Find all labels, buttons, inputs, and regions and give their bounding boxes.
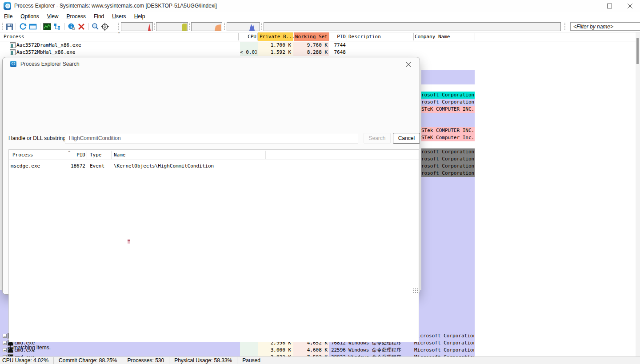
search-results-list: Process ^ PID Type Name msedge.exe18672E…	[8, 149, 419, 342]
result-name: \KernelObjects\HighCommitCondition	[114, 162, 214, 170]
result-process: msedge.exe	[11, 162, 40, 170]
company-value	[414, 325, 474, 332]
cpu-value	[240, 347, 256, 354]
pid-value: 7744	[330, 42, 346, 49]
handle-substring-input[interactable]	[65, 133, 358, 144]
cpu-value: < 0.01	[240, 49, 256, 56]
collapse-expander-icon[interactable]: −	[3, 341, 7, 345]
working-set-value: 8,288 K	[293, 49, 328, 56]
result-column-process[interactable]: Process	[12, 150, 33, 160]
aac-process-icon	[10, 42, 16, 48]
company-strip-row[interactable]: rosoft Corporation	[421, 148, 475, 156]
company-value	[414, 304, 474, 311]
company-value: Microsoft Corporation	[414, 332, 474, 340]
dialog-title: Process Explorer Search	[20, 61, 80, 67]
dialog-close-button[interactable]	[401, 59, 416, 70]
company-strip-row[interactable]: rosoft Corporation	[421, 170, 475, 177]
process-name: Aac3572DramHal_x86.exe	[16, 42, 81, 49]
company-strip-row[interactable]	[421, 141, 475, 148]
company-strip-row[interactable]	[421, 77, 475, 84]
column-divider	[265, 151, 266, 159]
status-commit-charge: Commit Charge: 88.25%	[54, 357, 122, 364]
status-cpu-usage: CPU Usage: 4.02%	[0, 357, 54, 364]
process-row[interactable]: Aac3572MbHal_x86.exe< 0.011,592 K8,288 K…	[0, 49, 636, 56]
dialog-status-text: 1 matching items.	[9, 344, 51, 351]
company-strip-row[interactable]: rosoft Corporation	[421, 163, 475, 170]
process-explorer-app-icon	[10, 61, 16, 67]
company-value	[414, 42, 474, 49]
company-strip-row[interactable]: rosoft Corporation	[421, 156, 475, 163]
render-artifact	[128, 240, 130, 244]
process-name: Aac3572MbHal_x86.exe	[16, 49, 75, 56]
search-button[interactable]: Search	[364, 133, 391, 144]
company-strip-row[interactable]	[421, 113, 475, 120]
pid-value: 7648	[330, 49, 346, 56]
result-type: Event	[90, 162, 104, 170]
result-column-pid[interactable]: PID	[58, 150, 85, 160]
company-strip-row[interactable]: STek COMPUTER INC.	[421, 127, 475, 134]
result-pid: 18672	[58, 162, 85, 170]
dialog-title-bar: Process Explorer Search	[3, 57, 420, 71]
company-strip-row[interactable]: rosoft Corporation	[421, 92, 475, 99]
column-divider	[111, 151, 112, 159]
pid-value: 22596	[330, 347, 346, 354]
cancel-button[interactable]: Cancel	[393, 133, 420, 144]
close-icon	[406, 62, 411, 67]
company-strip-row[interactable]	[421, 84, 475, 92]
company-value	[414, 297, 474, 304]
company-value	[414, 318, 474, 325]
status-processes: Processes: 530	[122, 357, 169, 364]
company-strip-row[interactable]: STeK COMPUTER INC.	[421, 106, 475, 113]
result-column-type[interactable]: Type	[90, 150, 102, 160]
working-set-value: 9,760 K	[293, 42, 328, 49]
company-value: Microsoft Corporation	[414, 340, 474, 347]
collapse-expander-icon[interactable]: −	[3, 348, 7, 352]
vertical-scrollbar[interactable]	[636, 32, 640, 356]
company-strip-row[interactable]	[421, 70, 475, 77]
company-strip-row[interactable]: rosoft Corporation	[421, 99, 475, 106]
description-value	[348, 42, 412, 49]
own-process-block[interactable]	[421, 177, 475, 297]
description-value	[348, 49, 412, 56]
private-bytes-value: 1,700 K	[258, 42, 291, 49]
process-row[interactable]: Aac3572DramHal_x86.exe1,700 K9,760 K7744	[0, 42, 636, 49]
aac-process-icon	[10, 49, 16, 55]
company-value	[414, 311, 474, 318]
description-value: Windows 命令处理程序	[348, 347, 412, 354]
handle-substring-label: Handle or DLL substring:	[8, 135, 67, 141]
cpu-value	[240, 42, 256, 49]
private-bytes-value: 1,592 K	[258, 49, 291, 56]
company-strip-row[interactable]: STeK Computer Inc.	[421, 134, 475, 141]
scrollbar-thumb[interactable]	[636, 38, 639, 64]
process-row[interactable]: −cmd.exe3,000 K4,608 K22596Windows 命令处理程…	[0, 347, 636, 354]
private-bytes-value: 3,000 K	[258, 347, 291, 354]
status-bar: CPU Usage: 4.02%Commit Charge: 88.25%Pro…	[0, 356, 640, 364]
company-value	[414, 49, 474, 56]
collapse-expander-icon[interactable]: −	[3, 334, 7, 338]
result-column-name[interactable]: Name	[114, 150, 126, 160]
process-explorer-search-dialog: Process Explorer Search Handle or DLL su…	[2, 57, 420, 295]
status-paused: Paused	[237, 357, 265, 364]
dialog-resize-grip[interactable]	[413, 288, 418, 293]
company-value: Microsoft Corporation	[414, 347, 474, 354]
header-divider	[9, 160, 419, 160]
working-set-value: 4,608 K	[293, 347, 328, 354]
status-physical-usage: Physical Usage: 58.33%	[169, 357, 237, 364]
column-divider	[87, 151, 87, 159]
search-result-row[interactable]: msedge.exe18672Event\KernelObjects\HighC…	[9, 162, 419, 170]
company-strip-row[interactable]	[421, 120, 475, 127]
